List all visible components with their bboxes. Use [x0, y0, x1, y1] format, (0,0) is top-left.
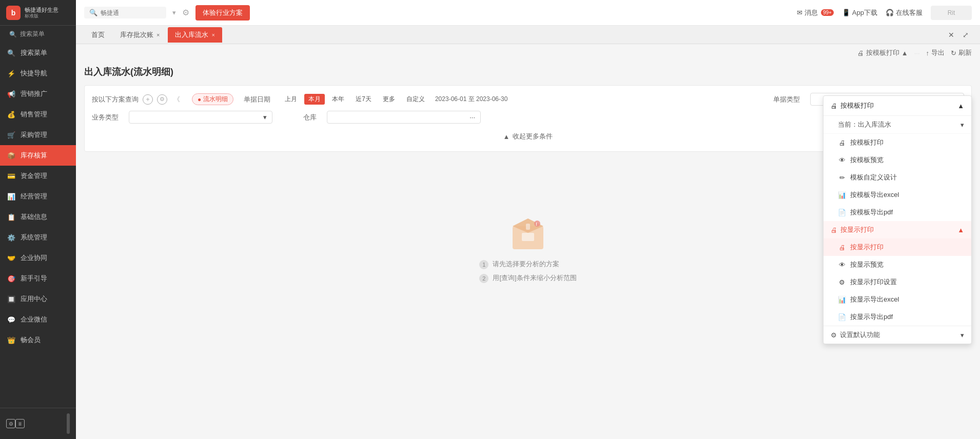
date-filter: 上月本月本年近7天更多自定义 2023-06-01 至 2023-06-30 [281, 94, 763, 105]
date-tab-本年[interactable]: 本年 [328, 94, 348, 105]
tab-batch-account[interactable]: 库存批次账 × [113, 27, 167, 43]
topbar-gear-icon[interactable]: ⚙ [182, 8, 189, 17]
filter-collapse-btn[interactable]: 《 [171, 94, 182, 105]
sidebar-scrollbar[interactable] [67, 413, 70, 434]
phone-icon: 📱 [842, 9, 850, 16]
display-print-settings-icon: ⚙ [838, 278, 846, 286]
sidebar-item-app-center[interactable]: 🔲 应用中心 [0, 289, 76, 309]
sidebar-item-sales[interactable]: 💰 销售管理 [0, 104, 76, 125]
sidebar-search[interactable]: 🔍 搜索菜单 [0, 26, 76, 43]
sidebar-label-inventory: 库存核算 [21, 151, 47, 160]
window-close-btn[interactable]: ✕ [945, 29, 957, 41]
display-excel-icon: 📊 [838, 295, 846, 304]
dropdown-template-preview[interactable]: 👁 按模板预览 [824, 151, 971, 169]
date-tab-上月[interactable]: 上月 [281, 94, 301, 105]
sidebar-label-purchase: 采购管理 [21, 130, 47, 139]
warehouse-select[interactable]: ··· [327, 111, 481, 124]
sidebar-item-quick-nav[interactable]: ⚡ 快捷导航 [0, 63, 76, 84]
svg-rect-2 [522, 233, 534, 241]
tab-home[interactable]: 首页 [84, 27, 112, 43]
dropdown-section-arrow: ▲ [957, 226, 964, 234]
empty-step-2: 2 用[查询]条件来缩小分析范围 [479, 273, 576, 283]
sidebar-label-system: 系统管理 [21, 233, 47, 242]
trial-btn[interactable]: 体验行业方案 [195, 5, 250, 21]
dropdown-template-print[interactable]: 🖨 按模板打印 [824, 134, 971, 151]
sidebar-label-guide: 新手引导 [21, 274, 47, 283]
dropdown-display-excel[interactable]: 📊 按显示导出excel [824, 291, 971, 308]
printer-icon: 🖨 [857, 49, 864, 57]
dropdown-template-pdf[interactable]: 📄 按模板导出pdf [824, 204, 971, 221]
sidebar-item-finance[interactable]: 💳 资金管理 [0, 166, 76, 186]
sidebar-item-inventory[interactable]: 📦 库存核算 [0, 145, 76, 166]
print-template-btn[interactable]: 🖨 按模板打印 ▲ [857, 48, 908, 57]
dropdown-display-print[interactable]: 🖨 按显示打印 [824, 238, 971, 256]
dropdown-footer-arrow: ▾ [961, 331, 964, 339]
date-tab-本月[interactable]: 本月 [304, 94, 325, 105]
sidebar-item-wechat[interactable]: 💬 企业微信 [0, 309, 76, 330]
message-btn[interactable]: ✉ 消息 99+ [797, 8, 834, 17]
topbar-search-box[interactable]: 🔍 [84, 7, 166, 18]
sidebar-collapse-btn[interactable]: ⏸ [15, 419, 25, 428]
tab-flow-close[interactable]: × [211, 32, 214, 38]
template-custom-icon: ✏ [838, 173, 846, 182]
biz-type-select[interactable]: ▾ [129, 111, 272, 124]
sidebar-item-base[interactable]: 📋 基础信息 [0, 207, 76, 227]
sidebar-settings-btn[interactable]: ⚙ [6, 419, 15, 428]
empty-steps: 1 请先选择要分析的方案 2 用[查询]条件来缩小分析范围 [479, 260, 576, 283]
search-icon: 🔍 [6, 48, 16, 58]
tab-flow[interactable]: 出入库流水 × [168, 27, 222, 43]
dropdown-display-section-icon: 🖨 [831, 226, 837, 234]
dropdown-header: 🖨 按模板打印 ▲ [824, 96, 971, 116]
app-center-icon: 🔲 [6, 294, 16, 304]
sidebar-item-operations[interactable]: 📊 经营管理 [0, 186, 76, 207]
dropdown-settings-icon: ⚙ [831, 331, 837, 339]
user-avatar[interactable]: Rit [931, 6, 972, 20]
date-tab-更多[interactable]: 更多 [379, 94, 399, 105]
app-download-btn[interactable]: 📱 App下载 [842, 8, 877, 17]
template-print-icon: 🖨 [838, 138, 846, 147]
window-maximize-btn[interactable]: ⤢ [959, 29, 972, 41]
dropdown-display-preview[interactable]: 👁 按显示预览 [824, 256, 971, 273]
dropdown-display-pdf[interactable]: 📄 按显示导出pdf [824, 308, 971, 326]
search-icon: 🔍 [9, 31, 17, 38]
sidebar-item-purchase[interactable]: 🛒 采购管理 [0, 125, 76, 145]
dropdown-template-custom[interactable]: ✏ 模板自定义设计 [824, 169, 971, 186]
export-btn[interactable]: ↑ 导出 [926, 48, 945, 57]
sidebar-item-marketing[interactable]: 📢 营销推广 [0, 84, 76, 104]
display-print-icon: 🖨 [838, 243, 846, 251]
template-pdf-icon: 📄 [838, 208, 846, 216]
dropdown-current-arrow: ▾ [961, 121, 964, 129]
top-action-bar: 🖨 按模板打印 ▲ ··· ↑ 导出 ↻ 刷新 [76, 44, 980, 57]
filter-add-btn[interactable]: + [143, 94, 153, 105]
wechat-icon: 💬 [6, 314, 16, 325]
refresh-btn[interactable]: ↻ 刷新 [951, 48, 972, 57]
dropdown-template-excel[interactable]: 📊 按模板导出excel [824, 186, 971, 204]
sidebar-item-guide[interactable]: 🎯 新手引导 [0, 268, 76, 289]
date-tab-近7天[interactable]: 近7天 [351, 94, 376, 105]
topbar-chevron-icon[interactable]: ▾ [172, 9, 176, 16]
topbar-right: ✉ 消息 99+ 📱 App下载 🎧 在线客服 Rit [797, 6, 972, 20]
sidebar-item-search[interactable]: 🔍 搜索菜单 [0, 43, 76, 63]
dropdown-collapse-icon[interactable]: ▲ [957, 102, 964, 110]
sidebar-item-corp[interactable]: 🤝 企业协同 [0, 248, 76, 268]
dropdown-display-print-settings[interactable]: ⚙ 按显示打印设置 [824, 273, 971, 291]
display-pdf-icon: 📄 [838, 313, 846, 321]
finance-icon: 💳 [6, 171, 16, 181]
active-filter-tag[interactable]: ● 流水明细 [192, 93, 233, 105]
dropdown-footer[interactable]: ⚙ 设置默认功能 ▾ [824, 326, 971, 344]
svg-point-4 [534, 221, 540, 227]
refresh-icon: ↻ [951, 49, 956, 57]
member-icon: 👑 [6, 335, 16, 345]
filter-set-btn[interactable]: ⚙ [157, 94, 167, 105]
dropdown-display-section[interactable]: 🖨 按显示打印 ▲ [824, 221, 971, 238]
sidebar-item-member[interactable]: 👑 畅会员 [0, 330, 76, 350]
topbar-search-input[interactable] [101, 9, 161, 16]
svg-rect-3 [526, 224, 530, 230]
logo-area: b 畅捷通好生意 标准版 [0, 0, 76, 26]
system-icon: ⚙️ [6, 232, 16, 243]
dropdown-current-item[interactable]: 当前：出入库流水 ▾ [824, 116, 971, 134]
tab-batch-account-close[interactable]: × [156, 32, 160, 38]
online-service-btn[interactable]: 🎧 在线客服 [886, 8, 923, 17]
date-tab-自定义[interactable]: 自定义 [402, 94, 429, 105]
sidebar-item-system[interactable]: ⚙️ 系统管理 [0, 227, 76, 248]
